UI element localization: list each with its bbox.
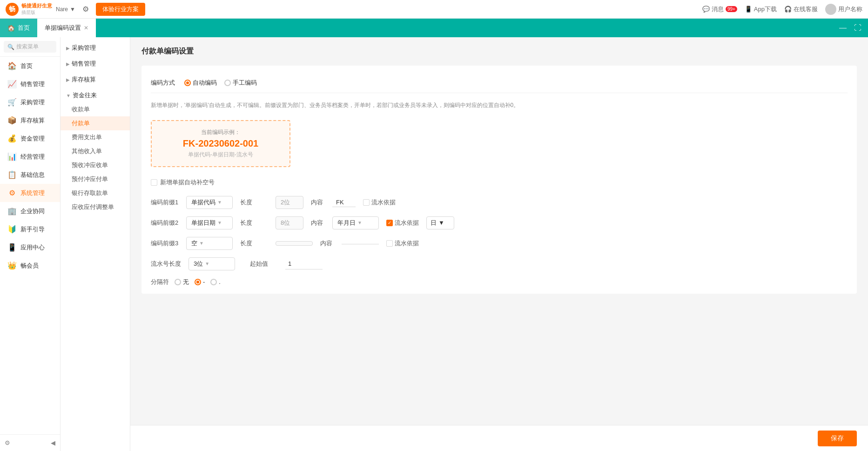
submenu-capital-label: 资金往来 [73,91,97,100]
serial3-checkbox[interactable] [386,240,393,247]
submenu-item-receipt[interactable]: 收款单 [61,102,130,116]
prefix2-select[interactable]: 单据日期 ▼ [186,216,233,229]
main-content: 付款单编码设置 编码方式 自动编码 手工编码 [130,37,868,425]
sidebar-item-sales[interactable]: 📈 销售管理 [0,75,60,93]
tab-close-icon[interactable]: ✕ [84,25,88,31]
preview-box: 当前编码示例： FK-20230602-001 单据代码-单据日期-流水号 [151,120,290,167]
sep-dash-dot [196,281,199,283]
tab-code-setting[interactable]: 单据编码设置 ✕ [37,19,96,37]
inventory-nav-icon: 📦 [7,116,17,125]
manual-code-radio[interactable] [224,80,231,86]
submenu-item-advance-receivable[interactable]: 预收冲应收单 [61,158,130,172]
sep-dash-option[interactable]: - [195,278,205,285]
dropdown-arrow-icon: ▼ [70,6,75,13]
serial1-checkbox[interactable] [363,199,370,206]
online-service-item[interactable]: 🎧 在线客服 [784,5,818,13]
serial-length-select[interactable]: 3位 ▼ [188,257,235,270]
user-avatar [825,4,836,15]
length1-input: 2位 [276,196,303,209]
sep-none-option[interactable]: 无 [175,278,189,286]
submenu: ▶ 采购管理 ▶ 销售管理 ▶ 库存核算 ▼ 资金往来 [61,37,130,451]
sidebar-item-apps[interactable]: 📱 应用中心 [0,238,60,256]
save-button[interactable]: 保存 [818,431,857,446]
footer-settings-icon[interactable]: ⚙ [5,439,10,446]
serial1-checkbox-row[interactable]: 流水依据 [363,198,396,207]
tab-minimize-icon[interactable]: — [836,21,849,34]
sidebar-item-purchase[interactable]: 🛒 采购管理 [0,93,60,111]
sep-dot-radio[interactable] [210,279,217,285]
start-value-input[interactable] [285,258,323,269]
serial2-checkbox[interactable]: ✓ [386,220,393,226]
experience-btn[interactable]: 体验行业方案 [96,3,145,16]
sidebar-item-home[interactable]: 🏠 首页 [0,57,60,75]
length1-label: 长度 [240,198,268,207]
submenu-inventory-label: 库存核算 [72,75,96,84]
auto-code-label: 自动编码 [193,79,217,87]
tab-home[interactable]: 🏠 首页 [0,19,37,37]
sidebar-guide-label: 新手引导 [20,225,45,234]
settings-icon[interactable]: ⚙ [79,3,92,16]
sidebar-item-system[interactable]: ⚙ 系统管理 [0,184,60,202]
footer-collapse-icon[interactable]: ◀ [51,439,55,446]
sep-dot-label: . [219,278,221,285]
auto-fill-label: 新增单据自动补空号 [160,178,215,187]
prefix1-select[interactable]: 单据代码 ▼ [186,196,233,209]
sidebar-item-operations[interactable]: 📊 经营管理 [0,148,60,166]
day-dropdown-icon: ▼ [438,219,444,226]
submenu-item-bank-deposit[interactable]: 银行存取款单 [61,186,130,200]
sidebar-item-member[interactable]: 👑 畅会员 [0,256,60,275]
separator-options: 无 - . [175,278,221,286]
message-item[interactable]: 💬 消息 99+ [702,5,737,13]
app-download-item[interactable]: 📱 App下载 [745,5,777,13]
submenu-group-inventory-title[interactable]: ▶ 库存核算 [61,73,130,87]
submenu-group-capital-title[interactable]: ▼ 资金往来 [61,88,130,102]
top-bar-left: 畅 畅捷通好生意 插层版 Nare ▼ ⚙ 体验行业方案 [6,2,145,16]
submenu-item-expense[interactable]: 费用支出单 [61,130,130,144]
sep-dash-radio[interactable] [195,279,201,285]
sidebar-search[interactable]: 🔍 搜索菜单 [0,37,60,57]
logo: 畅 畅捷通好生意 插层版 [6,2,52,16]
sep-none-radio[interactable] [175,279,181,285]
submenu-item-ap-adjust[interactable]: 应收应付调整单 [61,200,130,214]
submenu-item-payment[interactable]: 付款单 [61,116,130,130]
manual-code-option[interactable]: 手工编码 [224,79,257,87]
submenu-item-advance-payable[interactable]: 预付冲应付单 [61,172,130,186]
company-name: Nare [56,6,68,13]
purchase-nav-icon: 🛒 [7,98,17,107]
auto-code-radio[interactable] [184,80,191,86]
day-select[interactable]: 日 ▼ [426,216,454,229]
sidebar-enterprise-label: 企业协同 [20,207,45,215]
prefix3-select[interactable]: 空 ▼ [186,237,233,250]
sidebar-item-finance[interactable]: 💰 资金管理 [0,129,60,148]
encoding-method-row: 编码方式 自动编码 手工编码 [151,73,848,93]
apps-nav-icon: 📱 [7,243,17,252]
tab-code-setting-label: 单据编码设置 [45,24,81,32]
content2-select[interactable]: 年月日 ▼ [332,216,379,229]
message-icon: 💬 [702,6,710,13]
auto-code-option[interactable]: 自动编码 [184,79,217,87]
submenu-sales-label: 销售管理 [72,60,96,68]
sidebar-inventory-label: 库存核算 [20,116,45,125]
serial3-checkbox-row[interactable]: 流水依据 [386,239,419,248]
day-value: 日 [431,219,437,227]
company-dropdown[interactable]: Nare ▼ [56,6,75,13]
sep-dash-label: - [203,278,205,285]
user-item[interactable]: 用户名称 [825,4,862,15]
main-area: 付款单编码设置 编码方式 自动编码 手工编码 [130,37,868,451]
operations-nav-icon: 📊 [7,152,17,161]
section-card: 编码方式 自动编码 手工编码 [141,66,857,294]
submenu-item-other-income[interactable]: 其他收入单 [61,144,130,158]
content2-dropdown-icon: ▼ [357,220,362,225]
auto-fill-checkbox[interactable] [151,179,157,186]
serial2-checkbox-row[interactable]: ✓ 流水依据 [386,219,419,227]
submenu-group-sales-title[interactable]: ▶ 销售管理 [61,57,130,71]
submenu-group-purchase-title[interactable]: ▶ 采购管理 [61,41,130,55]
sidebar-item-enterprise[interactable]: 🏢 企业协同 [0,202,60,220]
sidebar-item-inventory[interactable]: 📦 库存核算 [0,111,60,129]
sep-dot-option[interactable]: . [210,278,221,285]
sidebar-member-label: 畅会员 [20,262,39,270]
search-inner[interactable]: 🔍 搜索菜单 [4,41,56,53]
sidebar-item-basic[interactable]: 📋 基础信息 [0,166,60,184]
sidebar-item-guide[interactable]: 🔰 新手引导 [0,220,60,238]
tab-maximize-icon[interactable]: ⛶ [851,21,864,34]
